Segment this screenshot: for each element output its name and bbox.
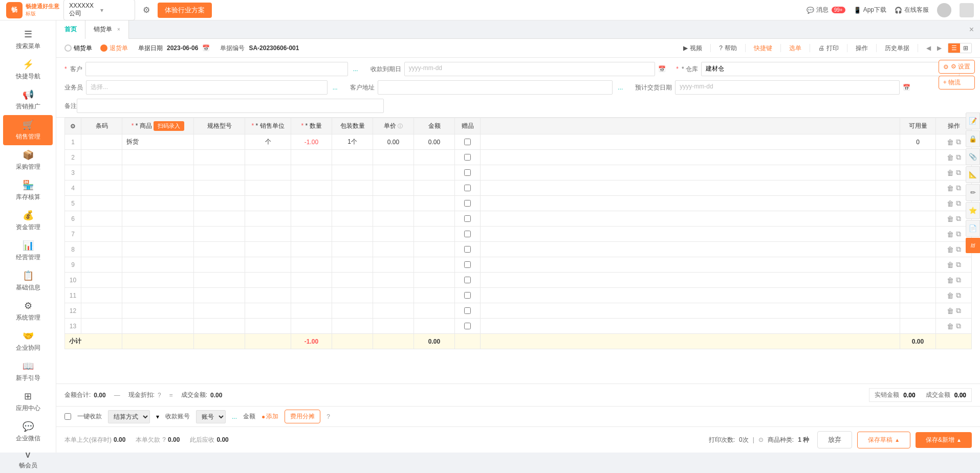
radio-return[interactable]: 退货单 (100, 44, 128, 53)
delete-row-btn[interactable]: 🗑 (947, 184, 954, 192)
salesperson-input[interactable]: 选择... (86, 80, 328, 95)
payment-due-input[interactable]: yyyy-mm-dd (404, 62, 656, 76)
row-gift[interactable] (455, 196, 481, 211)
row-unit[interactable] (245, 181, 291, 196)
row-pkg[interactable] (332, 211, 373, 227)
row-product[interactable] (122, 211, 194, 227)
row-price[interactable] (373, 273, 414, 288)
th-settings[interactable]: ⚙ (65, 118, 81, 134)
abandon-button[interactable]: 放弃 (817, 431, 852, 448)
row-amount[interactable] (414, 196, 455, 211)
row-remarks-wide[interactable] (481, 319, 900, 334)
gift-checkbox[interactable] (464, 277, 471, 283)
row-product[interactable] (122, 288, 194, 303)
row-gift[interactable] (455, 165, 481, 181)
row-qty[interactable] (291, 288, 332, 303)
row-pkg[interactable] (332, 181, 373, 196)
row-price[interactable] (373, 288, 414, 303)
method-select[interactable]: 结算方式 (108, 410, 150, 423)
delete-row-btn[interactable]: 🗑 (947, 153, 954, 162)
row-spec[interactable] (194, 227, 245, 242)
row-unit[interactable] (245, 227, 291, 242)
row-price[interactable] (373, 303, 414, 319)
rfloat-btn-5[interactable]: ✏ (966, 184, 980, 201)
sidebar-item-basic[interactable]: 📋 基础信息 (0, 266, 56, 296)
payment-due-calendar-icon[interactable]: 📅 (658, 65, 666, 73)
view-grid-btn[interactable]: ⊞ (960, 43, 971, 53)
view-list-btn[interactable]: ☰ (948, 43, 960, 53)
sidebar-item-marketing[interactable]: 📢 营销推广 (0, 85, 56, 115)
copy-row-btn[interactable]: ⧉ (956, 214, 961, 223)
row-product[interactable]: 拆货 (122, 134, 194, 150)
row-remarks-wide[interactable] (481, 150, 900, 165)
row-unit[interactable] (245, 273, 291, 288)
delete-row-btn[interactable]: 🗑 (947, 199, 954, 208)
row-spec[interactable] (194, 273, 245, 288)
rfloat-btn-2[interactable]: 🔒 (966, 130, 980, 147)
row-unit[interactable] (245, 196, 291, 211)
one-click-checkbox[interactable] (64, 413, 71, 420)
nav-next-icon[interactable]: ▶ (937, 44, 942, 52)
row-remarks-wide[interactable] (481, 196, 900, 211)
sidebar-item-vip[interactable]: V 畅会员 (0, 447, 56, 473)
row-amount[interactable] (414, 242, 455, 257)
row-amount[interactable] (414, 227, 455, 242)
copy-row-btn[interactable]: ⧉ (956, 276, 961, 284)
row-product[interactable] (122, 150, 194, 165)
copy-row-btn[interactable]: ⧉ (956, 199, 961, 208)
row-gift[interactable] (455, 242, 481, 257)
row-gift[interactable] (455, 150, 481, 165)
row-qty[interactable] (291, 196, 332, 211)
row-remarks-wide[interactable] (481, 211, 900, 227)
row-barcode[interactable] (81, 319, 122, 334)
delete-row-btn[interactable]: 🗑 (947, 322, 954, 330)
row-product[interactable] (122, 227, 194, 242)
sidebar-item-finance[interactable]: 💰 资金管理 (0, 206, 56, 236)
row-price[interactable]: 0.00 (373, 134, 414, 150)
row-remarks-wide[interactable] (481, 273, 900, 288)
row-barcode[interactable] (81, 227, 122, 242)
row-remarks-wide[interactable] (481, 257, 900, 273)
row-qty[interactable] (291, 227, 332, 242)
warehouse-input[interactable]: 建材仓 (701, 62, 960, 76)
settings-icon-btn[interactable]: ⚙ (139, 3, 154, 17)
nav-prev-icon[interactable]: ◀ (926, 44, 931, 52)
history-btn[interactable]: 历史单据 (885, 44, 909, 53)
remarks-input[interactable] (77, 99, 384, 113)
gift-checkbox[interactable] (464, 323, 471, 329)
delete-row-btn[interactable]: 🗑 (947, 215, 954, 223)
row-spec[interactable] (194, 165, 245, 181)
sidebar-item-sales[interactable]: 🛒 销售管理 (3, 115, 53, 145)
delete-row-btn[interactable]: 🗑 (947, 261, 954, 269)
help-btn[interactable]: ? 帮助 (719, 44, 737, 53)
row-qty[interactable] (291, 273, 332, 288)
gift-checkbox[interactable] (464, 215, 471, 222)
row-amount[interactable] (414, 319, 455, 334)
gift-checkbox[interactable] (464, 169, 471, 176)
row-unit[interactable] (245, 165, 291, 181)
sidebar-item-apps[interactable]: ⊞ 应用中心 (0, 387, 56, 417)
row-remarks-wide[interactable] (481, 242, 900, 257)
row-remarks-wide[interactable] (481, 181, 900, 196)
row-price[interactable] (373, 257, 414, 273)
row-remarks-wide[interactable] (481, 227, 900, 242)
row-barcode[interactable] (81, 134, 122, 150)
row-amount[interactable] (414, 303, 455, 319)
ops-btn[interactable]: 操作 (856, 44, 868, 53)
row-product[interactable] (122, 196, 194, 211)
gift-checkbox[interactable] (464, 200, 471, 207)
gift-checkbox[interactable] (464, 231, 471, 237)
row-spec[interactable] (194, 257, 245, 273)
gift-checkbox[interactable] (464, 307, 471, 314)
radio-sale[interactable]: 销货单 (64, 44, 92, 53)
row-amount[interactable] (414, 288, 455, 303)
row-qty[interactable] (291, 257, 332, 273)
online-service-btn[interactable]: 🎧 在线客服 (895, 6, 929, 14)
gift-checkbox[interactable] (464, 246, 471, 253)
row-amount[interactable] (414, 257, 455, 273)
expected-date-calendar-icon[interactable]: 📅 (903, 84, 910, 91)
row-barcode[interactable] (81, 303, 122, 319)
row-amount[interactable]: 0.00 (414, 134, 455, 150)
sidebar-item-search[interactable]: ☰ 搜索菜单 (0, 25, 56, 55)
row-gift[interactable] (455, 273, 481, 288)
